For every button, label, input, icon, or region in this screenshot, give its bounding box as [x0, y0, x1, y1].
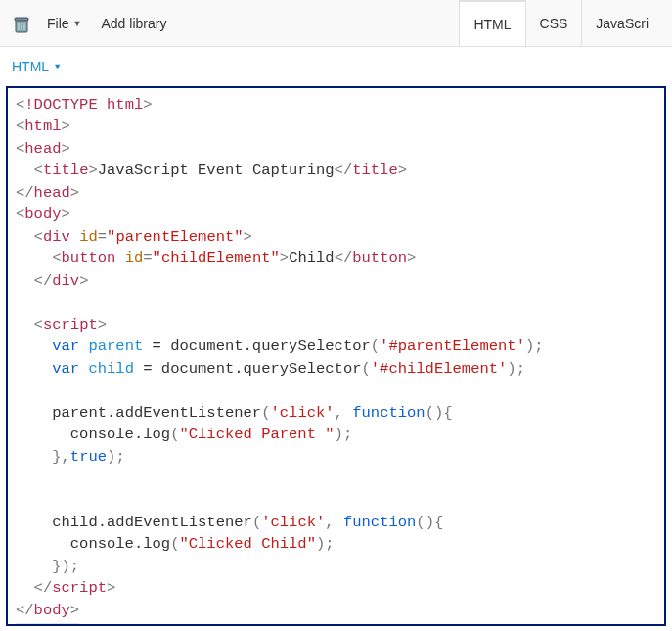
- main-toolbar: File ▼ Add library HTML CSS JavaScri: [0, 0, 672, 47]
- chevron-down-icon: ▼: [53, 62, 62, 71]
- file-menu-label: File: [47, 16, 69, 31]
- panel-type-label: HTML: [12, 59, 49, 74]
- tab-css[interactable]: CSS: [525, 0, 582, 46]
- tab-javascript[interactable]: JavaScri: [581, 0, 662, 46]
- tab-html[interactable]: HTML: [459, 0, 524, 46]
- panel-type-dropdown[interactable]: HTML ▼: [12, 59, 62, 74]
- code-editor[interactable]: <!DOCTYPE html> <html> <head> <title>Jav…: [6, 86, 666, 626]
- add-library-label: Add library: [101, 16, 166, 31]
- chevron-down-icon: ▼: [73, 19, 82, 28]
- add-library-button[interactable]: Add library: [95, 12, 172, 35]
- file-menu[interactable]: File ▼: [41, 12, 87, 35]
- panel-subheader: HTML ▼: [0, 47, 672, 86]
- code-content: <!DOCTYPE html> <html> <head> <title>Jav…: [16, 94, 656, 626]
- panel-tabs: HTML CSS JavaScri: [459, 0, 662, 46]
- svg-rect-1: [15, 18, 28, 21]
- jsbin-logo-icon: [10, 12, 33, 35]
